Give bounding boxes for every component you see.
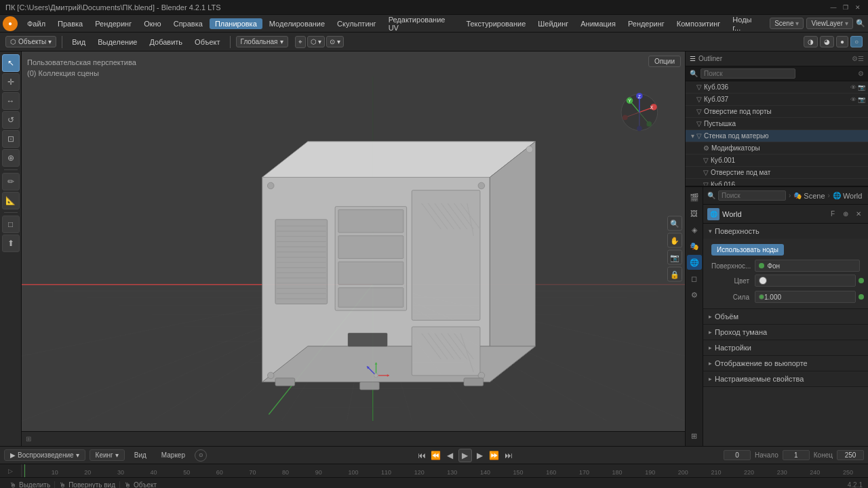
tool-cursor[interactable]: ✛ [2, 73, 20, 91]
tool-measure[interactable]: 📐 [2, 192, 20, 209]
outliner-item-kub001[interactable]: ▽ Куб.001 [686, 155, 868, 167]
tool-scale[interactable]: ⊡ [2, 130, 20, 148]
tab-nodes[interactable]: Ноды г... [727, 14, 766, 33]
outliner-filter-btn[interactable]: ⚙ [852, 55, 858, 62]
proportional-btn[interactable]: ⊙ ▾ [326, 36, 344, 47]
timeline-cursor[interactable] [24, 464, 25, 477]
end-frame[interactable]: 250 [837, 450, 864, 460]
props-search-input[interactable] [718, 190, 786, 201]
viewlayer-selector[interactable]: ViewLayer ▾ [806, 18, 853, 29]
close-btn[interactable]: ✕ [853, 3, 863, 12]
settings-section-header[interactable]: Настройки [703, 340, 868, 355]
options-button[interactable]: Опции [648, 56, 681, 67]
menu-edit[interactable]: Правка [52, 18, 88, 29]
volume-section-header[interactable]: Объём [703, 309, 868, 324]
viewport-display-header[interactable]: Отображение во вьюпорте [703, 356, 868, 371]
menu-render[interactable]: Рендеринг [90, 18, 137, 29]
prop-view-layer-btn[interactable]: ◈ [687, 222, 702, 237]
timeline-marker-menu[interactable]: Маркер [156, 450, 191, 460]
render-icon[interactable]: 📷 [858, 96, 865, 103]
outliner-item-pustishka[interactable]: ▽ Пустышка [686, 118, 868, 130]
color-keyframe-dot[interactable] [859, 278, 864, 283]
timeline-view-menu[interactable]: Вид [129, 450, 152, 460]
tab-texture[interactable]: Текстурирование [460, 18, 531, 29]
prop-render-btn[interactable]: 🎬 [687, 190, 702, 205]
tool-add-cube[interactable]: □ [2, 216, 20, 233]
camera-view-btn[interactable]: 📷 [667, 250, 682, 265]
menu-help[interactable]: Справка [168, 18, 208, 29]
tool-rotate[interactable]: ↺ [2, 111, 20, 129]
minimize-btn[interactable]: — [829, 3, 838, 12]
unlink-btn[interactable]: ✕ [853, 209, 864, 220]
status-object[interactable]: 🖱 Объект [120, 481, 161, 488]
start-frame[interactable]: 1 [783, 450, 810, 460]
tab-shading[interactable]: Шейдинг [532, 18, 574, 29]
surface-section-header[interactable]: Поверхность [703, 224, 868, 239]
prop-scene-btn[interactable]: 🎭 [687, 239, 702, 253]
viewport-shading-wire[interactable]: ○ [850, 36, 863, 47]
tool-annotate[interactable]: ✏ [2, 173, 20, 190]
filter-icon[interactable]: ⚙ [858, 70, 864, 77]
outliner-item-kub036[interactable]: ▽ Куб.036 👁 📷 [686, 81, 868, 94]
strength-keyframe-dot[interactable] [859, 294, 864, 300]
status-select[interactable]: 🖱 Выделить [5, 481, 55, 488]
viewport-shading-rendered[interactable]: ● [836, 36, 848, 47]
outliner-item-otv-mat[interactable]: ▽ Отверстие под мат [686, 167, 868, 179]
tool-transform[interactable]: ⊕ [2, 149, 20, 167]
viewport-3d[interactable]: X Y Z Пользовательская перспектива [22, 52, 685, 446]
prop-object-btn[interactable]: ◻ [687, 271, 702, 286]
fake-user-btn[interactable]: F [827, 209, 838, 220]
prop-world-btn[interactable]: 🌐 [687, 255, 702, 270]
copy-btn[interactable]: ⊕ [840, 209, 851, 220]
scene-selector[interactable]: Scene ▾ [770, 18, 804, 29]
outliner-item-otv-ports[interactable]: ▽ Отверстие под порты [686, 106, 868, 118]
outliner-item-kub037[interactable]: ▽ Куб.037 👁 📷 [686, 94, 868, 106]
outliner-search-input[interactable] [701, 68, 795, 79]
timeline-ruler[interactable]: 0102030405060708090100110120130140150160… [22, 464, 868, 477]
breadcrumb-world[interactable]: 🌐 World [833, 192, 863, 200]
prev-frame-btn[interactable]: ⏪ [430, 449, 442, 462]
prop-modifier-btn[interactable]: ⚙ [687, 287, 702, 302]
jump-end-btn[interactable]: ⏭ [502, 449, 515, 462]
tab-animation[interactable]: Анимация [575, 18, 621, 29]
menu-file[interactable]: Файл [22, 18, 51, 29]
keying-menu[interactable]: Кеинг ▾ [90, 449, 125, 461]
prop-extra-btn[interactable]: ⊞ [687, 428, 702, 443]
surface-value-btn[interactable]: Фон [755, 260, 860, 272]
jump-prev-key-btn[interactable]: ◀ [444, 449, 456, 462]
next-frame-btn[interactable]: ⏩ [488, 449, 500, 462]
tab-uv[interactable]: Редактирование UV [383, 14, 460, 33]
viewport-shading-material[interactable]: ◕ [820, 36, 834, 47]
tool-select[interactable]: ↖ [2, 54, 20, 72]
search-icon[interactable]: 🔍 [856, 19, 865, 28]
jump-next-key-btn[interactable]: ▶ [474, 449, 486, 462]
tab-sculpting[interactable]: Скульптинг [332, 18, 382, 29]
render-icon[interactable]: 📷 [858, 84, 865, 91]
lock-camera-btn[interactable]: 🔒 [667, 267, 682, 282]
color-swatch-btn[interactable] [755, 274, 856, 287]
tool-extrude[interactable]: ⬆ [2, 235, 20, 252]
outliner-item-kub016[interactable]: ▽ Куб.016 [686, 179, 868, 186]
outliner-item-stenka[interactable]: ▾ ▽ Стенка под матерью [686, 130, 868, 142]
fog-section-header[interactable]: Проход тумана [703, 325, 868, 340]
breadcrumb-scene[interactable]: 🎭 Scene [793, 192, 825, 200]
view-menu[interactable]: Вид [68, 37, 90, 47]
zoom-in-btn[interactable]: 🔍 [667, 216, 682, 231]
tab-modeling[interactable]: Моделирование [264, 18, 330, 29]
tab-layout[interactable]: Планировка [210, 18, 262, 29]
move-view-btn[interactable]: ✋ [667, 233, 682, 248]
strength-value-field[interactable]: 1.000 [755, 291, 856, 303]
current-frame-display[interactable]: 0 [724, 450, 751, 460]
tool-move[interactable]: ↔ [2, 92, 20, 110]
maximize-btn[interactable]: ❐ [841, 3, 850, 12]
custom-props-header[interactable]: Настраиваемые свойства [703, 371, 868, 386]
tab-compositing[interactable]: Композитинг [671, 18, 726, 29]
tab-rendering[interactable]: Рендеринг [623, 18, 670, 29]
mode-selector[interactable]: ⬡ Объекты ▾ [5, 36, 56, 47]
outliner-item-modifiers[interactable]: ⚙ Модификаторы [686, 142, 868, 155]
use-nodes-button[interactable]: Использовать ноды [711, 244, 784, 256]
select-menu[interactable]: Выделение [94, 37, 141, 47]
transform-selector[interactable]: Глобальная ▾ [236, 36, 288, 47]
object-menu[interactable]: Объект [191, 37, 224, 47]
prop-output-btn[interactable]: 🖼 [687, 206, 702, 221]
